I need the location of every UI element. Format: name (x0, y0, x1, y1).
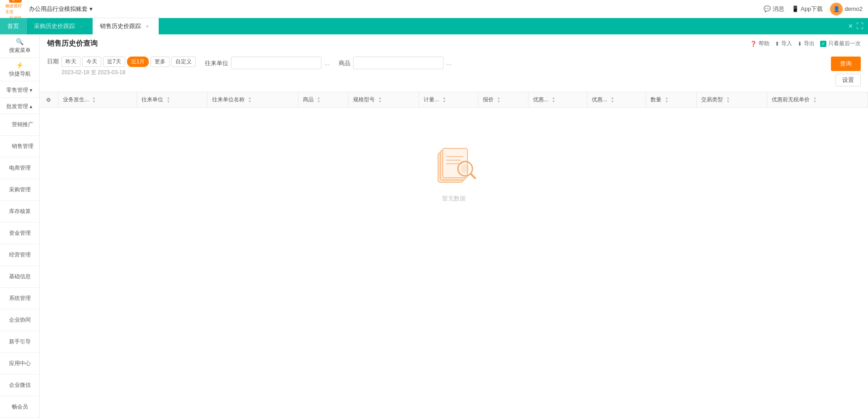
sidebar-item-finance[interactable]: 资金管理 (0, 223, 39, 244)
import-btn[interactable]: ⬆ 导入 (775, 40, 792, 48)
empty-icon (427, 144, 481, 189)
main-layout: 🔍 搜索菜单 ⚡ 快捷导航 零售管理 ▼ 批发管理 ▲ 营销推广 销售管理 电商… (0, 34, 868, 418)
sidebar-item-apps[interactable]: 应用中心 (0, 353, 39, 375)
sidebar-item-ecommerce[interactable]: 电商管理 (0, 157, 39, 179)
th-unit[interactable]: 计量... ▲▼ (419, 92, 478, 108)
svg-point-9 (461, 164, 470, 173)
sort-icon: ▲▼ (248, 96, 252, 104)
sidebar-item-sales-mgmt[interactable]: 销售管理 (0, 136, 39, 157)
page-actions: ❓ 帮助 ⬆ 导入 ⬇ 导出 ✓ 只看最后一次 (750, 40, 861, 48)
sidebar-item-basic[interactable]: 基础信息 (0, 266, 39, 288)
sort-icon: ▲▼ (378, 96, 382, 104)
th-discount2[interactable]: 优惠... ▲▼ (587, 92, 646, 108)
topbar-title: 办公用品行业模拟账套 ▾ (29, 5, 760, 13)
date-btn-today[interactable]: 今天 (82, 57, 101, 67)
th-trade-type[interactable]: 交易类型 ▲▼ (697, 92, 767, 108)
sidebar-item-system[interactable]: 系统管理 (0, 288, 39, 309)
partner-input[interactable] (231, 57, 321, 69)
product-filter-group: 商品 ... (339, 57, 452, 69)
tab-purchase-history[interactable]: 采购历史价跟踪 × (27, 18, 93, 34)
settings-button[interactable]: 设置 (835, 74, 861, 86)
partner-label: 往来单位 (205, 58, 228, 67)
th-quantity[interactable]: 数量 ▲▼ (646, 92, 697, 108)
retail-arrow: ▼ (29, 88, 33, 93)
date-range-text: 2023-02-18 至 2023-03-18 (61, 69, 196, 76)
product-label: 商品 (339, 58, 350, 67)
product-dots[interactable]: ... (446, 59, 452, 66)
tab-sales-history[interactable]: 销售历史价跟踪 × (93, 18, 159, 34)
sort-icon: ▲▼ (166, 96, 170, 104)
sidebar-item-shortcut[interactable]: ⚡ 快捷导航 (0, 58, 39, 81)
th-product[interactable]: 商品 ▲▼ (298, 92, 349, 108)
date-label: 日期 (47, 57, 59, 66)
date-filter-group: 日期 昨天 今天 近7天 近1月 更多 自定义 2023-02-18 至 202… (47, 57, 196, 76)
help-btn[interactable]: ❓ 帮助 (750, 40, 769, 48)
page-title: 销售历史价查询 (47, 39, 98, 48)
partner-dots[interactable]: ... (324, 59, 330, 66)
sidebar-item-wechat[interactable]: 企业微信 (0, 375, 39, 396)
date-btn-yesterday[interactable]: 昨天 (61, 57, 80, 67)
app-icon: 📱 (792, 5, 799, 12)
tabbar-actions: × ⛶ (844, 18, 868, 34)
export-btn[interactable]: ⬇ 导出 (797, 40, 815, 48)
page-header: 销售历史价查询 ❓ 帮助 ⬆ 导入 ⬇ 导出 ✓ (40, 34, 868, 92)
product-input[interactable] (353, 57, 443, 69)
th-pretax-price[interactable]: 优惠前无税单价 ▲▼ (767, 92, 868, 108)
date-btn-more[interactable]: 更多 (151, 57, 170, 67)
import-icon: ⬆ (775, 41, 779, 47)
wholesale-arrow: ▲ (29, 104, 33, 109)
logo-icon: 6 (9, 0, 22, 3)
checkbox-icon: ✓ (820, 41, 826, 47)
th-partner-code[interactable]: 往来单位 ▲▼ (137, 92, 208, 108)
tab-sales-close[interactable]: × (144, 23, 151, 30)
th-business-date[interactable]: 业务发生... ▲▼ (58, 92, 137, 108)
sidebar-item-operations[interactable]: 经营管理 (0, 244, 39, 266)
tab-home[interactable]: 首页 (0, 18, 27, 34)
page-title-row: 销售历史价查询 ❓ 帮助 ⬆ 导入 ⬇ 导出 ✓ (47, 39, 861, 48)
sort-icon: ▲▼ (665, 96, 669, 104)
tab-home-label: 首页 (7, 22, 19, 30)
sidebar-item-guide[interactable]: 新手引导 (0, 331, 39, 353)
th-partner-name[interactable]: 往来单位名称 ▲▼ (208, 92, 298, 108)
user-avatar[interactable]: 👤 demo2 (830, 3, 863, 15)
query-button[interactable]: 查询 (831, 57, 861, 71)
table-container: ⚙ 业务发生... ▲▼ 往来单位 ▲▼ 往来单位名称 ▲▼ (40, 92, 868, 418)
date-btn-7days[interactable]: 近7天 (103, 57, 125, 67)
th-spec[interactable]: 规格型号 ▲▼ (349, 92, 419, 108)
tab-purchase-label: 采购历史价跟踪 (34, 22, 75, 30)
dropdown-icon[interactable]: ▾ (90, 5, 93, 12)
user-icon: 👤 (833, 6, 840, 12)
fullscreen-btn[interactable]: ⛶ (856, 22, 863, 30)
tab-purchase-close[interactable]: × (78, 23, 85, 30)
date-btn-custom[interactable]: 自定义 (171, 57, 196, 67)
empty-state: 暂无数据 (40, 108, 868, 239)
th-discount1[interactable]: 优惠... ▲▼ (528, 92, 587, 108)
date-buttons: 昨天 今天 近7天 近1月 更多 自定义 2023-02-18 至 2023-0… (61, 57, 196, 76)
sidebar-item-purchase[interactable]: 采购管理 (0, 179, 39, 201)
messages-btn[interactable]: 💬 消息 (764, 5, 784, 13)
sidebar-item-retail[interactable]: 零售管理 ▼ (0, 81, 39, 98)
sidebar: 🔍 搜索菜单 ⚡ 快捷导航 零售管理 ▼ 批发管理 ▲ 营销推广 销售管理 电商… (0, 34, 40, 418)
only-last-checkbox[interactable]: ✓ 只看最后一次 (820, 40, 861, 48)
sidebar-item-enterprise[interactable]: 企业协同 (0, 309, 39, 331)
sort-icon: ▲▼ (317, 96, 321, 104)
filter-actions: 查询 设置 (831, 57, 861, 86)
sidebar-item-search[interactable]: 🔍 搜索菜单 (0, 34, 39, 58)
sidebar-shortcut-label: 快捷导航 (9, 71, 31, 78)
sidebar-item-inventory[interactable]: 库存核算 (0, 201, 39, 223)
th-settings[interactable]: ⚙ (40, 92, 58, 108)
date-btn-1month[interactable]: 近1月 (127, 57, 149, 67)
logo-text: 畅捷通好生意 (5, 3, 25, 15)
help-icon: ❓ (750, 41, 757, 47)
sidebar-item-member[interactable]: 畅会员 (0, 396, 39, 418)
close-all-btn[interactable]: × (849, 22, 853, 30)
app-title: 办公用品行业模拟账套 (29, 5, 88, 13)
sidebar-item-wholesale[interactable]: 批发管理 ▲ (0, 98, 39, 114)
data-table: ⚙ 业务发生... ▲▼ 往来单位 ▲▼ 往来单位名称 ▲▼ (40, 92, 868, 108)
app-download-btn[interactable]: 📱 App下载 (792, 5, 823, 13)
settings-icon: ⚙ (46, 97, 51, 103)
sort-icon: ▲▼ (726, 96, 730, 104)
th-quote[interactable]: 报价 ▲▼ (478, 92, 528, 108)
topbar: 6 畅捷通好生意 标准版 办公用品行业模拟账套 ▾ 💬 消息 📱 App下载 👤… (0, 0, 868, 18)
sidebar-item-marketing[interactable]: 营销推广 (0, 114, 39, 136)
